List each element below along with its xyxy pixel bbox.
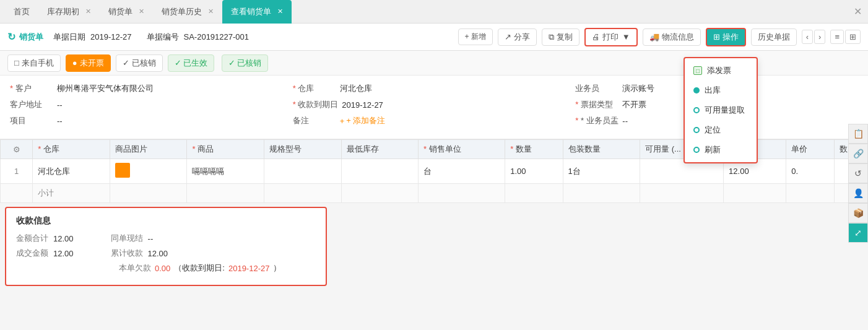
deal-value: 12.00 xyxy=(53,249,74,258)
confirm-button[interactable]: ✓ 已核销 xyxy=(116,54,163,72)
subtotal-spec xyxy=(264,184,341,203)
phone-icon: □ xyxy=(14,58,19,67)
plus-icon: + xyxy=(340,116,345,126)
rt-package[interactable]: 📦 xyxy=(848,203,868,223)
cumulative-item: 累计收款 12.00 xyxy=(111,248,168,259)
outbound-icon xyxy=(693,86,700,95)
payment-row-2: 成交金额 12.00 累计收款 12.00 xyxy=(16,248,316,259)
check-circle-icon: ✓ xyxy=(175,58,181,67)
rt-user[interactable]: 👤 xyxy=(848,183,868,203)
view-icons: ≡ ⊞ xyxy=(830,30,861,44)
ticket-type-value: 不开票 xyxy=(622,99,646,110)
payment-row-3: 本单欠款 0.00 （收款到期日: 2019-12-27 ） xyxy=(16,263,316,274)
copy-icon: ⧉ xyxy=(549,32,554,42)
warehouse-label: 仓库 xyxy=(293,83,336,94)
subtotal-unit xyxy=(419,184,505,203)
note-label: 备注 xyxy=(293,115,336,126)
nav-arrows: ‹ › xyxy=(802,30,826,44)
subtotal-cell xyxy=(1,184,33,203)
tab-sales-history[interactable]: 销货单历史 ✕ xyxy=(153,0,222,24)
tab-close-sales[interactable]: ✕ xyxy=(139,7,144,15)
payment-row-1: 金额合计 12.00 同单现结 -- xyxy=(16,233,316,244)
rt-link[interactable]: 🔗 xyxy=(848,144,868,163)
customer-value: 柳州粤港平安气体有限公司 xyxy=(57,83,154,94)
prev-arrow[interactable]: ‹ xyxy=(802,30,813,44)
total-label: 金额合计 xyxy=(16,233,48,244)
subtotal-pack xyxy=(563,184,640,203)
due-value: 0.00 xyxy=(155,264,170,273)
due-item: 本单欠款 0.00 （收款到期日: 2019-12-27 ） xyxy=(16,263,281,274)
share-button[interactable]: ↗ 分享 xyxy=(498,28,537,46)
row-unit: 台 xyxy=(419,159,505,184)
add-note-button[interactable]: + + 添加备注 xyxy=(340,115,386,126)
tab-close-history[interactable]: ✕ xyxy=(208,7,214,15)
row-warehouse: 河北仓库 xyxy=(33,159,110,184)
cumulative-value: 12.00 xyxy=(148,249,168,258)
outbound-item[interactable]: 出库 xyxy=(685,80,757,100)
circle-icon: ● xyxy=(72,58,77,67)
tab-sales-order[interactable]: 销货单 ✕ xyxy=(100,0,153,24)
refresh-item[interactable]: 刷新 xyxy=(685,140,757,160)
add-invoice-item[interactable]: □ 添发票 xyxy=(685,61,757,80)
window-close-button[interactable]: ✕ xyxy=(854,6,862,17)
subtotal-min xyxy=(341,184,419,203)
row-min-stock xyxy=(341,159,419,184)
payment-title: 收款信息 xyxy=(16,215,316,227)
cancel-icon: ✓ xyxy=(228,58,235,67)
print-icon: 🖨 xyxy=(592,32,600,41)
staff-value: 演示账号 xyxy=(622,83,654,94)
next-arrow[interactable]: › xyxy=(814,30,825,44)
tab-view-sales[interactable]: 查看销货单 ✕ xyxy=(222,0,292,24)
operate-dropdown: □ 添发票 出库 可用量提取 定位 刷新 xyxy=(684,57,758,163)
operate-button[interactable]: ⊞ 操作 xyxy=(706,28,746,46)
total-item: 金额合计 12.00 xyxy=(16,233,74,244)
subtotal-avail xyxy=(640,184,724,203)
qty-header: 数量 xyxy=(505,140,563,159)
due-label: 本单欠款 xyxy=(119,263,151,274)
subtotal-row: 小计 xyxy=(1,184,868,203)
unit-header: 销售单位 xyxy=(419,140,505,159)
locate-item[interactable]: 定位 xyxy=(685,120,757,140)
copy-button[interactable]: ⧉ 复制 xyxy=(542,28,579,46)
tab-close-view-sales[interactable]: ✕ xyxy=(277,7,283,15)
warehouse-field: 仓库 河北仓库 xyxy=(293,83,576,94)
tab-home[interactable]: 首页 xyxy=(5,0,38,24)
note-field: 备注 + + 添加备注 xyxy=(293,115,576,126)
rt-clipboard[interactable]: 📋 xyxy=(848,124,868,144)
rt-expand[interactable]: ⤢ xyxy=(848,223,868,243)
project-label: 项目 xyxy=(10,115,53,126)
product-header: 商品 xyxy=(187,140,264,159)
img-header: 商品图片 xyxy=(110,140,187,159)
row-pack-qty: 1台 xyxy=(563,159,640,184)
already-effective-button[interactable]: ✓ 已生效 xyxy=(168,54,214,72)
staff-label: 业务员 xyxy=(575,83,618,94)
price-header: 单价 xyxy=(786,140,835,159)
subtotal-stock xyxy=(724,184,786,203)
tab-close-inventory[interactable]: ✕ xyxy=(85,7,91,15)
check-icon: ✓ xyxy=(123,58,129,67)
ticket-type-label: 票据类型 xyxy=(575,99,618,110)
doc-number: SA-20191227-001 xyxy=(184,32,250,41)
already-cancelled-button[interactable]: ✓ 已核销 xyxy=(222,54,268,72)
history-button[interactable]: 历史单据 xyxy=(751,28,797,46)
payment-due-field: 收款到期日 2019-12-27 xyxy=(293,99,576,110)
share-icon: ↗ xyxy=(505,32,511,41)
row-qty: 1.00 xyxy=(505,159,563,184)
logistics-button[interactable]: 🚚 物流信息 xyxy=(643,28,701,46)
cumulative-label: 累计收款 xyxy=(111,248,143,259)
rt-refresh[interactable]: ↺ xyxy=(848,163,868,183)
grid-view-icon[interactable]: ⊞ xyxy=(845,30,861,44)
quantity-extract-item[interactable]: 可用量提取 xyxy=(685,100,757,120)
subtotal-qty xyxy=(505,184,563,203)
from-phone-button[interactable]: □ 来自手机 xyxy=(7,54,61,72)
tab-inventory-init[interactable]: 库存期初 ✕ xyxy=(38,0,100,24)
list-view-icon[interactable]: ≡ xyxy=(830,30,844,44)
print-button[interactable]: 🖨 打印 ▼ xyxy=(584,28,638,46)
new-button[interactable]: + 新增 xyxy=(458,28,493,45)
subtotal-img xyxy=(110,184,187,203)
doc-meta: 单据日期 2019-12-27 单据编号 SA-20191227-001 xyxy=(53,32,249,43)
not-open-button[interactable]: ● 未开票 xyxy=(66,54,111,72)
invoice-icon: □ xyxy=(693,66,702,75)
due-date: 2019-12-27 xyxy=(228,264,270,273)
subtotal-label: 小计 xyxy=(33,184,110,203)
